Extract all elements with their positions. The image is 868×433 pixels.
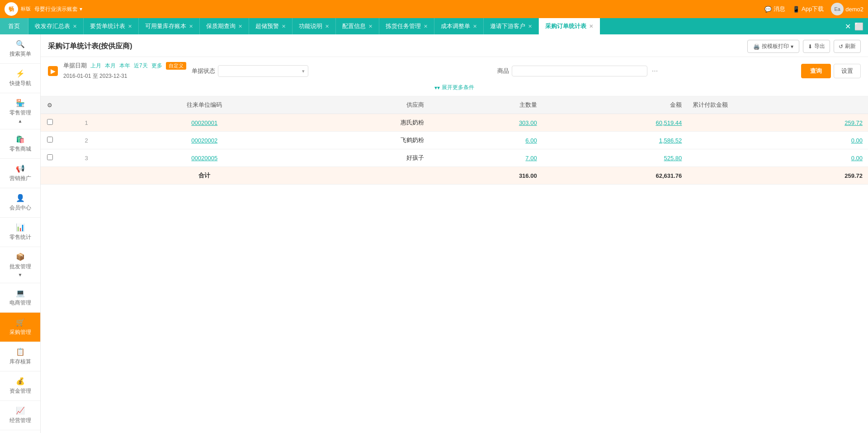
paid-amount-link[interactable]: 259.72 (844, 119, 863, 126)
sidebar-item-inventory-check[interactable]: 📋 库存核算 (0, 342, 40, 371)
tab-invite-downstream[interactable]: 邀请下游客户 ✕ (484, 18, 539, 34)
row-checkbox[interactable] (47, 154, 53, 160)
sidebar-item-member-center[interactable]: 👤 会员中心 (0, 188, 40, 218)
tab-receive-summary[interactable]: 收发存汇总表 ✕ (28, 18, 84, 34)
expand-icon: ▲ (18, 119, 23, 124)
status-filter-field: 单据状态 (192, 65, 490, 77)
sidebar-item-retail-manage[interactable]: 🏪 零售管理 ▲ (0, 93, 40, 129)
expand-more-btn[interactable]: ▾▾ 展开更多条件 (48, 84, 861, 91)
nav-tabs-end: ✕ ⬜ (840, 22, 868, 31)
settings-button[interactable]: 设置 (834, 64, 861, 78)
sidebar-item-search[interactable]: 🔍 搜索英单 (0, 34, 40, 64)
close-config-info[interactable]: ✕ (368, 24, 373, 29)
close-cost-adjust[interactable]: ✕ (473, 24, 477, 29)
restore-window-icon[interactable]: ⬜ (854, 22, 863, 31)
close-purchase-stats[interactable]: ✕ (589, 24, 593, 29)
gear-icon[interactable]: ⚙ (47, 102, 52, 109)
sidebar-item-wholesale-manage-label: 批发管理 (9, 263, 31, 271)
tab-cost-adjust[interactable]: 成本调整单 ✕ (434, 18, 484, 34)
user-area[interactable]: Ea demo2 (831, 3, 863, 15)
workspace-selector[interactable]: 母婴行业演示账套 ▾ (34, 5, 82, 13)
close-stocking-task[interactable]: ✕ (424, 24, 428, 29)
sidebar-item-ecommerce[interactable]: 💻 电商管理 (0, 283, 40, 313)
sidebar-item-basic-info[interactable]: ℹ️ 基础信息 (0, 430, 40, 433)
table-container: ⚙ 往来单位编码 供应商 主数量 金额 (41, 96, 868, 433)
sidebar-item-retail-mall-label: 零售商城 (9, 145, 31, 153)
row-checkbox[interactable] (47, 119, 53, 125)
shortcut-this-month[interactable]: 本月 (105, 62, 116, 70)
tab-receive-summary-label: 收发存汇总表 (35, 22, 70, 30)
message-icon: 💬 (764, 6, 772, 13)
sidebar-item-operation[interactable]: 📈 经营管理 (0, 401, 40, 430)
sidebar-item-retail-stats-label: 零售统计 (9, 233, 31, 241)
tab-available-stock[interactable]: 可用量库存账本 ✕ (139, 18, 200, 34)
expand-more-label: 展开更多条件 (442, 84, 474, 91)
table-footer-row: 合计 316.00 62,631.76 259.72 (41, 167, 868, 185)
sidebar-item-wholesale-manage[interactable]: 📦 批发管理 ▼ (0, 247, 40, 283)
amount-link[interactable]: 60,519.44 (656, 119, 682, 126)
filter-fields-row: 单据状态 商品 ··· (192, 65, 796, 77)
tab-stocking-task[interactable]: 拣货任务管理 ✕ (379, 18, 434, 34)
sidebar-item-retail-stats[interactable]: 📊 零售统计 (0, 218, 40, 247)
template-print-button[interactable]: 🖨️ 按模板打印 ▾ (747, 40, 799, 53)
query-button[interactable]: 查询 (801, 64, 831, 78)
row-num-cell: 2 (59, 132, 114, 149)
shortcut-this-year[interactable]: 本年 (119, 62, 130, 70)
app-download-btn[interactable]: 📱 App下载 (793, 5, 824, 13)
filter-toggle-button[interactable]: ▶ (48, 66, 58, 76)
close-function-desc[interactable]: ✕ (325, 24, 329, 29)
shortcut-more[interactable]: 更多 (151, 62, 162, 70)
quantity-link[interactable]: 7.00 (525, 155, 537, 162)
sidebar-item-marketing-label: 营销推广 (9, 175, 31, 182)
tab-purchase-stats[interactable]: 采购订单统计表 ✕ (539, 18, 600, 34)
goods-input[interactable] (512, 66, 647, 76)
goods-dots-button[interactable]: ··· (650, 65, 660, 77)
close-warranty-query[interactable]: ✕ (238, 24, 242, 29)
tab-home[interactable]: 首页 (0, 18, 28, 34)
tab-order-stats[interactable]: 要货单统计表 ✕ (84, 18, 139, 34)
sidebar-item-marketing[interactable]: 📢 营销推广 (0, 159, 40, 188)
export-button[interactable]: ⬇ 导出 (803, 40, 830, 53)
sidebar-item-retail-manage-label: 零售管理 (9, 109, 31, 117)
refresh-button[interactable]: ↺ 刷新 (834, 40, 861, 53)
table-row: 1 00020001 惠氏奶粉 303.00 60,519.44 259.72 (41, 114, 868, 132)
sidebar-item-finance[interactable]: 💰 资金管理 (0, 371, 40, 401)
amount-cell: 1,586.52 (542, 132, 688, 149)
filter-row: ▶ 单据日期 上月 本月 本年 近7天 更多 自定义 2016-01-01 至 … (48, 62, 861, 80)
paid-amount-link[interactable]: 0.00 (851, 137, 863, 144)
tab-config-info[interactable]: 配置信息 ✕ (336, 18, 379, 34)
retail-manage-icon: 🏪 (16, 99, 25, 107)
tab-purchase-stats-label: 采购订单统计表 (545, 22, 586, 30)
unit-code-link[interactable]: 00020002 (191, 137, 217, 144)
close-overstock-alert[interactable]: ✕ (282, 24, 286, 29)
close-receive-summary[interactable]: ✕ (73, 24, 77, 29)
sidebar-item-retail-mall[interactable]: 🛍️ 零售商城 (0, 129, 40, 159)
quantity-link[interactable]: 6.00 (525, 137, 537, 144)
ecommerce-icon: 💻 (16, 289, 25, 297)
tab-warranty-query[interactable]: 保质期查询 ✕ (200, 18, 249, 34)
amount-link[interactable]: 525.80 (664, 155, 682, 162)
tab-overstock-alert[interactable]: 超储预警 ✕ (249, 18, 292, 34)
close-invite-downstream[interactable]: ✕ (528, 24, 532, 29)
quantity-link[interactable]: 303.00 (519, 119, 537, 126)
tab-function-desc[interactable]: 功能说明 ✕ (292, 18, 336, 34)
sidebar-item-quick-nav[interactable]: ⚡ 快捷导航 (0, 64, 40, 93)
paid-amount-link[interactable]: 0.00 (851, 155, 863, 162)
row-num-cell: 1 (59, 114, 114, 132)
amount-link[interactable]: 1,586.52 (659, 137, 682, 144)
shortcut-last-month[interactable]: 上月 (90, 62, 101, 70)
quantity-cell: 6.00 (429, 132, 542, 149)
unit-code-link[interactable]: 00020001 (191, 119, 217, 126)
close-available-stock[interactable]: ✕ (189, 24, 193, 29)
row-checkbox[interactable] (47, 137, 53, 143)
table-row: 2 00020002 飞鹤奶粉 6.00 1,586.52 0.00 (41, 132, 868, 149)
status-select[interactable] (218, 65, 308, 77)
message-btn[interactable]: 💬 消息 (764, 5, 785, 13)
refresh-label: 刷新 (845, 43, 856, 50)
unit-code-link[interactable]: 00020005 (191, 155, 217, 162)
app-label: App下载 (802, 5, 824, 13)
close-all-tabs-icon[interactable]: ✕ (845, 22, 851, 31)
shortcut-7days[interactable]: 近7天 (134, 62, 148, 70)
close-order-stats[interactable]: ✕ (128, 24, 132, 29)
sidebar-item-purchase-manage[interactable]: 🛒 采购管理 (0, 313, 40, 342)
